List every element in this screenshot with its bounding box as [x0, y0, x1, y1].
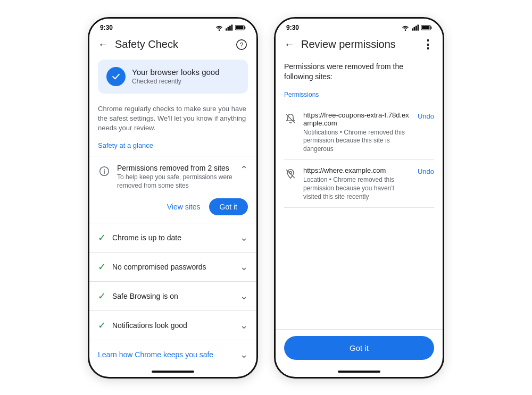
permissions-header: Permissions removed from 2 sites To help…	[98, 164, 248, 190]
toolbar-1: ← Safety Check ?	[89, 34, 256, 55]
home-indicator-1	[89, 366, 256, 377]
site-url-1: https://free-coupons-extra-f.78d.example…	[303, 111, 411, 127]
signal-icon-2	[412, 24, 419, 31]
time-2: 9:30	[286, 24, 299, 31]
home-bar-1	[152, 371, 194, 373]
check-item-chrome-update[interactable]: ✓ Chrome is up to date ⌄	[89, 223, 256, 253]
chevron-passwords-icon: ⌄	[240, 261, 248, 273]
svg-rect-6	[244, 26, 245, 28]
site-item-1: https://free-coupons-extra-f.78d.example…	[284, 105, 434, 161]
svg-text:?: ?	[240, 41, 244, 48]
checkmark-safe-browsing-icon: ✓	[98, 290, 106, 302]
check-item-safe-browsing[interactable]: ✓ Safe Browsing is on ⌄	[89, 282, 256, 311]
svg-rect-17	[418, 24, 419, 30]
status-icons-1	[215, 24, 246, 31]
battery-icon	[235, 24, 246, 31]
site-info-1: https://free-coupons-extra-f.78d.example…	[303, 111, 411, 154]
location-slash-icon	[284, 167, 297, 180]
undo-button-1[interactable]: Undo	[418, 111, 434, 120]
got-it-button-1[interactable]: Got it	[209, 198, 248, 215]
permissions-subtitle: To help keep you safe, permissions were …	[117, 173, 234, 190]
hero-text: Your browser looks good Checked recently	[132, 68, 220, 85]
status-bar-2: 9:30	[276, 19, 443, 34]
svg-rect-15	[414, 27, 415, 30]
more-options-icon[interactable]: ⋮	[421, 38, 434, 51]
review-footer: Got it	[276, 329, 443, 366]
hero-title: Your browser looks good	[132, 68, 220, 77]
checkmark-passwords-icon: ✓	[98, 261, 106, 273]
svg-rect-3	[229, 26, 231, 30]
page-title-2: Review permissions	[301, 38, 415, 51]
check-label-chrome: Chrome is up to date	[112, 233, 234, 242]
review-permissions-content: Permissions were removed from the follow…	[276, 55, 443, 329]
signal-icon	[226, 24, 233, 31]
toolbar-2: ← Review permissions ⋮	[276, 34, 443, 55]
view-sites-button[interactable]: View sites	[167, 203, 201, 211]
svg-rect-20	[422, 26, 429, 29]
svg-rect-7	[236, 26, 243, 29]
battery-icon-2	[421, 24, 432, 31]
home-indicator-2	[276, 366, 443, 377]
learn-link-item[interactable]: Learn how Chrome keeps you safe ⌄	[89, 340, 256, 366]
svg-rect-14	[412, 28, 413, 30]
bell-slash-icon	[284, 112, 297, 125]
permissions-title: Permissions removed from 2 sites	[117, 164, 234, 172]
svg-rect-19	[430, 26, 431, 28]
info-icon	[98, 165, 111, 178]
status-icons-2	[401, 24, 432, 31]
phone-safety-check: 9:30	[88, 17, 258, 379]
back-button-1[interactable]: ←	[98, 38, 109, 51]
check-item-notifications[interactable]: ✓ Notifications look good ⌄	[89, 311, 256, 340]
hero-check-circle	[106, 67, 126, 86]
wifi-icon	[215, 24, 223, 31]
checkmark-notifications-icon: ✓	[98, 320, 106, 331]
check-label-notifications: Notifications look good	[112, 321, 234, 330]
learn-chevron-icon: ⌄	[240, 349, 248, 360]
chevron-chrome-icon: ⌄	[240, 232, 248, 243]
home-bar-2	[338, 371, 380, 373]
safety-description: Chrome regularly checks to make sure you…	[89, 98, 256, 140]
site-info-2: https://where.example.com Location • Chr…	[303, 166, 411, 201]
site-desc-2: Location • Chrome removed this permissio…	[303, 176, 411, 201]
svg-rect-2	[228, 27, 229, 30]
permissions-actions: View sites Got it	[98, 196, 248, 215]
review-got-it-button[interactable]: Got it	[284, 336, 434, 360]
hero-card: Your browser looks good Checked recently	[98, 60, 248, 94]
permissions-section-label: Permissions	[284, 91, 434, 98]
safety-at-glance-link[interactable]: Safety at a glance	[89, 139, 256, 156]
learn-link-text[interactable]: Learn how Chrome keeps you safe	[98, 350, 234, 359]
svg-rect-16	[415, 26, 417, 30]
site-desc-1: Notifications • Chrome removed this perm…	[303, 129, 411, 154]
undo-button-2[interactable]: Undo	[418, 166, 434, 175]
permissions-card: Permissions removed from 2 sites To help…	[89, 156, 256, 223]
check-label-passwords: No compromised passwords	[112, 263, 234, 271]
permissions-text-block: Permissions removed from 2 sites To help…	[117, 164, 234, 190]
page-title-1: Safety Check	[115, 38, 229, 51]
svg-point-0	[219, 29, 220, 31]
time-1: 9:30	[100, 24, 113, 31]
check-label-safe-browsing: Safe Browsing is on	[112, 292, 234, 300]
hero-subtitle: Checked recently	[132, 78, 220, 85]
review-description: Permissions were removed from the follow…	[284, 62, 434, 82]
help-icon[interactable]: ?	[235, 38, 248, 51]
phone-review-permissions: 9:30	[274, 17, 444, 379]
safety-check-content: Your browser looks good Checked recently…	[89, 55, 256, 366]
chevron-notifications-icon: ⌄	[240, 320, 248, 331]
check-item-passwords[interactable]: ✓ No compromised passwords ⌄	[89, 253, 256, 282]
svg-point-12	[104, 169, 105, 170]
chevron-safe-browsing-icon: ⌄	[240, 290, 248, 302]
svg-point-13	[405, 29, 406, 31]
site-url-2: https://where.example.com	[303, 166, 411, 174]
svg-rect-1	[226, 28, 227, 30]
checkmark-icon	[111, 71, 121, 82]
permissions-chevron-icon: ⌃	[240, 164, 248, 175]
back-button-2[interactable]: ←	[284, 38, 295, 51]
status-bar-1: 9:30	[89, 19, 256, 34]
checkmark-chrome-icon: ✓	[98, 232, 106, 243]
site-item-2: https://where.example.com Location • Chr…	[284, 160, 434, 208]
wifi-icon-2	[401, 24, 410, 31]
svg-rect-4	[231, 24, 233, 30]
